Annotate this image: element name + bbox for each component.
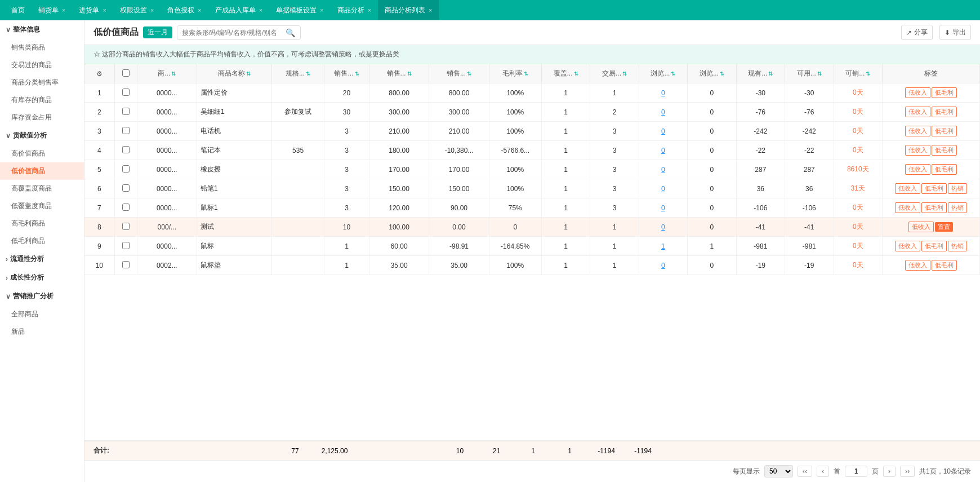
nav-finished-goods[interactable]: 产成品入库单 × bbox=[208, 0, 269, 20]
last-page-button[interactable]: ›› bbox=[900, 466, 915, 477]
sidebar-item-new-products[interactable]: 新品 bbox=[0, 323, 84, 341]
sidebar-item-category-sales-rate[interactable]: 商品分类销售率 bbox=[0, 74, 84, 91]
sidebar-group-overall[interactable]: ∨ 整体信息 bbox=[0, 20, 84, 39]
row-checkbox[interactable] bbox=[122, 108, 130, 115]
browse-link[interactable]: 0 bbox=[661, 127, 665, 135]
available-qty: -242 bbox=[785, 122, 834, 141]
table-row: 6 0000... 铅笔1 3 150.00 150.00 100% 1 3 0… bbox=[84, 179, 980, 198]
stock-qty: -41 bbox=[736, 218, 785, 237]
product-tag: 低毛利 bbox=[921, 183, 947, 194]
sidebar-item-sales-products[interactable]: 销售类商品 bbox=[0, 39, 84, 56]
prev-page-button[interactable]: ‹ bbox=[817, 466, 829, 477]
close-icon[interactable]: × bbox=[103, 7, 106, 14]
close-icon[interactable]: × bbox=[259, 7, 262, 14]
sales-amount: 120.00 bbox=[369, 198, 429, 218]
row-checkbox[interactable] bbox=[122, 242, 130, 249]
row-checkbox[interactable] bbox=[122, 127, 130, 134]
browse-link[interactable]: 0 bbox=[661, 147, 665, 154]
product-code: 0000... bbox=[137, 237, 197, 256]
sidebar-item-inventory-capital[interactable]: 库存资金占用 bbox=[0, 109, 84, 126]
product-code: 0000... bbox=[137, 122, 197, 141]
share-button[interactable]: ↗ 分享 bbox=[901, 25, 933, 40]
browse-count1: 0 bbox=[639, 141, 687, 160]
nav-home[interactable]: 首页 bbox=[5, 0, 32, 20]
product-tag: 置置 bbox=[935, 222, 953, 232]
search-input[interactable] bbox=[182, 29, 283, 37]
select-all-checkbox[interactable] bbox=[122, 69, 130, 77]
nav-sales-order[interactable]: 销货单 × bbox=[32, 0, 72, 20]
close-icon[interactable]: × bbox=[198, 7, 201, 14]
nav-product-analysis-list[interactable]: 商品分析列表 × bbox=[378, 0, 439, 20]
coverage: 1 bbox=[541, 218, 590, 237]
sidebar-item-low-margin[interactable]: 低毛利商品 bbox=[0, 232, 84, 250]
sidebar-group-marketing[interactable]: ∨ 营销推广分析 bbox=[0, 287, 84, 306]
info-banner: ☆ 这部分商品的销售收入大幅低于商品平均销售收入，价值不高，可考虑调整营销策略，… bbox=[84, 45, 980, 64]
col-header-profit-rate: 毛利率⇅ bbox=[489, 64, 541, 83]
product-tags-cell: 低收入低毛利 bbox=[882, 83, 979, 103]
browse-link[interactable]: 0 bbox=[661, 262, 665, 269]
nav-purchase-order[interactable]: 进货单 × bbox=[72, 0, 113, 20]
row-checkbox[interactable] bbox=[122, 89, 130, 96]
product-tag: 低收入 bbox=[905, 126, 930, 136]
close-icon[interactable]: × bbox=[150, 7, 154, 14]
sidebar-item-traded-products[interactable]: 交易过的商品 bbox=[0, 56, 84, 74]
browse-link[interactable]: 0 bbox=[661, 204, 665, 212]
sales-cost: 800.00 bbox=[429, 83, 489, 103]
table-row: 7 0000... 鼠标1 3 120.00 90.00 75% 1 3 0 0… bbox=[84, 198, 980, 218]
product-code: 0002... bbox=[137, 256, 197, 275]
browse-link[interactable]: 0 bbox=[661, 166, 665, 174]
nav-product-analysis[interactable]: 商品分析 × bbox=[331, 0, 378, 20]
close-icon[interactable]: × bbox=[62, 7, 65, 14]
row-checkbox[interactable] bbox=[122, 146, 130, 153]
stock-qty: -242 bbox=[736, 122, 785, 141]
total-browse1: 1 bbox=[515, 447, 551, 455]
page-number-input[interactable] bbox=[845, 466, 867, 477]
row-checkbox[interactable] bbox=[122, 184, 130, 192]
sidebar-group-growth[interactable]: › 成长性分析 bbox=[0, 268, 84, 287]
time-filter-tag[interactable]: 近一月 bbox=[143, 26, 172, 38]
per-page-select[interactable]: 50 100 200 bbox=[764, 465, 793, 477]
col-header-trade: 交易...⇅ bbox=[590, 64, 639, 83]
product-name: 吴细细1 bbox=[197, 103, 272, 122]
first-page-button[interactable]: ‹‹ bbox=[798, 466, 812, 477]
browse-link[interactable]: 0 bbox=[661, 223, 665, 231]
sales-qty: 1 bbox=[324, 256, 369, 275]
nav-role-auth[interactable]: 角色授权 × bbox=[161, 0, 208, 20]
sidebar-item-high-margin[interactable]: 高毛利商品 bbox=[0, 215, 84, 232]
sidebar-item-low-value[interactable]: 低价值商品 bbox=[0, 162, 84, 180]
row-checkbox[interactable] bbox=[122, 165, 130, 173]
table-row: 3 0000... 电话机 3 210.00 210.00 100% 1 3 0… bbox=[84, 122, 980, 141]
sidebar-item-low-coverage[interactable]: 低覆盖度商品 bbox=[0, 197, 84, 215]
browse-link[interactable]: 1 bbox=[661, 242, 665, 250]
row-checkbox[interactable] bbox=[122, 223, 130, 230]
sidebar-item-high-coverage[interactable]: 高覆盖度商品 bbox=[0, 180, 84, 197]
browse-link[interactable]: 0 bbox=[661, 185, 665, 193]
close-icon[interactable]: × bbox=[429, 7, 432, 14]
product-code: 0000... bbox=[137, 83, 197, 103]
nav-template-settings[interactable]: 单据模板设置 × bbox=[269, 0, 330, 20]
row-checkbox-cell bbox=[114, 256, 137, 275]
col-header-settings[interactable]: ⚙ bbox=[84, 64, 114, 83]
export-button[interactable]: ⬇ 导出 bbox=[939, 25, 971, 40]
nav-permissions[interactable]: 权限设置 × bbox=[113, 0, 161, 20]
browse-link[interactable]: 0 bbox=[661, 89, 665, 97]
sidebar-item-stocked-products[interactable]: 有库存的商品 bbox=[0, 91, 84, 109]
browse-link[interactable]: 0 bbox=[661, 108, 665, 116]
sidebar-item-all-products[interactable]: 全部商品 bbox=[0, 306, 84, 323]
sidebar-group-circulation[interactable]: › 流通性分析 bbox=[0, 250, 84, 268]
product-tag: 热销 bbox=[948, 183, 967, 194]
row-checkbox-cell bbox=[114, 179, 137, 198]
next-page-button[interactable]: › bbox=[883, 466, 896, 477]
close-icon[interactable]: × bbox=[368, 7, 371, 14]
sidebar-group-contribution[interactable]: ∨ 贡献值分析 bbox=[0, 126, 84, 145]
row-checkbox[interactable] bbox=[122, 261, 130, 268]
close-icon[interactable]: × bbox=[320, 7, 323, 14]
stock-qty: -19 bbox=[736, 256, 785, 275]
search-icon: 🔍 bbox=[286, 28, 295, 37]
sales-amount: 60.00 bbox=[369, 237, 429, 256]
sidebar-item-high-value[interactable]: 高价值商品 bbox=[0, 145, 84, 162]
sales-qty: 3 bbox=[324, 160, 369, 179]
trade-count: 3 bbox=[590, 141, 639, 160]
row-checkbox[interactable] bbox=[122, 204, 130, 211]
product-spec bbox=[272, 198, 324, 218]
